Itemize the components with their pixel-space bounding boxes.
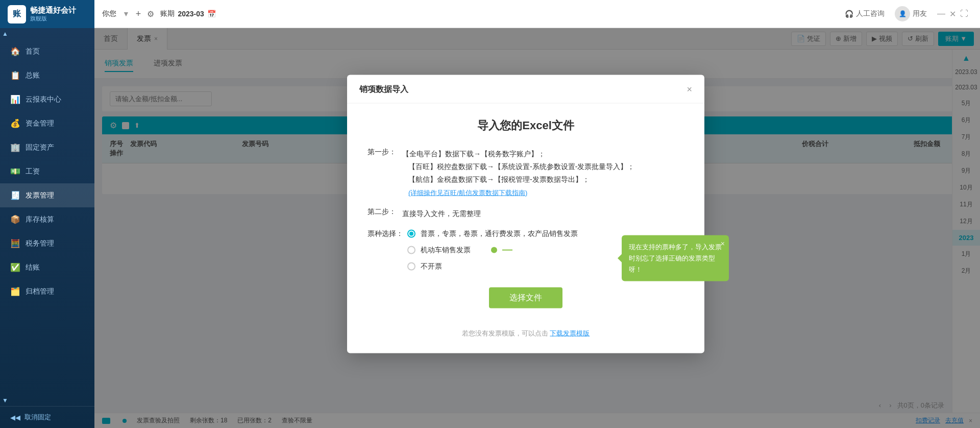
sidebar-item-fund-mgmt[interactable]: 💰 资金管理	[0, 111, 94, 135]
sidebar-item-payroll[interactable]: 💵 工资	[0, 159, 94, 183]
period-value: 2023-03	[178, 10, 204, 18]
sidebar-item-fixed-assets[interactable]: 🏢 固定资产	[0, 135, 94, 159]
sidebar: 账 畅捷通好会计 旗舰版 ▲ 🏠 首页 📋 总账 📊 云报表中心 💰 资金管理 …	[0, 0, 94, 428]
tooltip-container: 机动车销售发票 × 现在支持的票种多了，导入发票时别忘了选择正确的发票类型呀！	[407, 245, 578, 254]
import-title: 导入您的Excel文件	[368, 118, 684, 133]
modal-close-button[interactable]: ×	[687, 84, 692, 95]
sidebar-item-label: 云报表中心	[26, 95, 61, 104]
radio-common-input[interactable]	[407, 229, 415, 237]
radio-motor-label: 机动车销售发票	[421, 245, 471, 254]
modal-title: 销项数据导入	[359, 84, 408, 95]
ticket-label-row: 票种选择： 普票，专票，卷票，通行费发票，农产品销售发票 机动车销售发票	[368, 229, 684, 278]
modal-footer: 选择文件	[368, 287, 684, 318]
add-button[interactable]: +	[136, 9, 141, 19]
sidebar-item-label: 库存核算	[26, 215, 54, 224]
account-dropdown-icon[interactable]: ▼	[122, 10, 130, 18]
step1-link: (详细操作见百旺/航信发票数据下载指南)	[408, 186, 634, 199]
assets-icon: 🏢	[10, 142, 20, 152]
sidebar-item-label: 归档管理	[26, 287, 54, 296]
step2-label: 第二步：	[368, 207, 398, 220]
home-icon: 🏠	[10, 46, 20, 56]
payroll-icon: 💵	[10, 167, 20, 176]
sidebar-item-label: 结账	[26, 263, 40, 272]
sidebar-item-checkout[interactable]: ✅ 结账	[0, 255, 94, 279]
radio-no-ticket-input[interactable]	[407, 262, 415, 270]
step1-label: 第一步：	[368, 148, 398, 199]
tooltip-text: 现在支持的票种多了，导入发票时别忘了选择正确的发票类型呀！	[629, 243, 722, 273]
sidebar-item-label: 固定资产	[26, 143, 54, 152]
sidebar-item-label: 发票管理	[26, 191, 54, 200]
download-hint: 若您没有发票模版，可以点击 下载发票模版	[368, 328, 684, 338]
window-close-button[interactable]: ✕	[949, 9, 956, 19]
period-calendar-icon[interactable]: 📅	[207, 10, 216, 18]
sidebar-item-general-ledger[interactable]: 📋 总账	[0, 63, 94, 87]
radio-no-ticket: 不开票	[407, 261, 578, 271]
download-template-link[interactable]: 下载发票模版	[550, 329, 590, 337]
avatar: 👤	[895, 6, 910, 21]
tooltip-connector-dot	[491, 247, 497, 253]
radio-common-label: 普票，专票，卷票，通行费发票，农产品销售发票	[421, 229, 578, 238]
step1-line2: 【百旺】税控盘数据下载→【系统设置-系统参数设置-发票批量导入】；	[408, 160, 634, 173]
sidebar-scroll-up[interactable]: ▲	[0, 28, 10, 39]
select-file-button[interactable]: 选择文件	[489, 287, 562, 308]
sidebar-logo: 账 畅捷通好会计 旗舰版	[0, 0, 94, 28]
step2-content: 直接导入文件，无需整理	[402, 207, 481, 220]
user-menu[interactable]: 👤 用友	[895, 6, 927, 21]
ticket-selection: 票种选择： 普票，专票，卷票，通行费发票，农产品销售发票 机动车销售发票	[368, 229, 684, 278]
sidebar-item-cloud-report[interactable]: 📊 云报表中心	[0, 87, 94, 111]
radio-no-ticket-label: 不开票	[421, 261, 442, 271]
sidebar-cancel-pin[interactable]: ◀◀ 取消固定	[0, 406, 94, 428]
step1-content: 【全电平台】数据下载→【税务数字账户】； 【百旺】税控盘数据下载→【系统设置-系…	[402, 148, 634, 199]
sidebar-item-label: 首页	[26, 47, 40, 56]
invoice-icon: 🧾	[10, 191, 20, 200]
consult-label: 人工咨询	[856, 9, 885, 18]
radio-motor: 机动车销售发票	[407, 245, 578, 254]
account-name[interactable]: 你您	[102, 9, 116, 18]
sidebar-item-label: 工资	[26, 167, 40, 176]
window-controls: — ✕ ⛶	[937, 9, 972, 19]
sidebar-item-home[interactable]: 🏠 首页	[0, 39, 94, 63]
tooltip-arrow	[618, 254, 622, 263]
period-display: 账期 2023-03 📅	[160, 9, 215, 18]
sidebar-item-label: 资金管理	[26, 119, 54, 128]
cloud-report-icon: 📊	[10, 94, 20, 104]
checkout-icon: ✅	[10, 263, 20, 272]
ticket-selection-label: 票种选择：	[368, 229, 403, 238]
ledger-icon: 📋	[10, 70, 20, 80]
sidebar-item-tax-mgmt[interactable]: 🧮 税务管理	[0, 231, 94, 255]
download-hint-text: 若您没有发票模版，可以点击	[462, 329, 548, 337]
sidebar-scroll-down[interactable]: ▼	[0, 395, 10, 406]
modal-header: 销项数据导入 ×	[347, 75, 704, 104]
fund-icon: 💰	[10, 118, 20, 128]
step1-line3: 【航信】金税盘数据下载→【报税管理-发票数据导出】；	[408, 173, 634, 186]
sidebar-item-label: 总账	[26, 71, 40, 80]
tooltip-close-btn[interactable]: ×	[721, 237, 725, 250]
app-subtitle: 旗舰版	[30, 15, 76, 22]
sidebar-menu: 🏠 首页 📋 总账 📊 云报表中心 💰 资金管理 🏢 固定资产 💵 工资 🧾 发…	[0, 39, 94, 395]
consult-button[interactable]: 🎧 人工咨询	[845, 9, 885, 18]
download-guide-link[interactable]: (详细操作见百旺/航信发票数据下载指南)	[408, 188, 527, 196]
settings-icon[interactable]: ⚙	[147, 9, 154, 19]
topbar-right: 🎧 人工咨询 👤 用友 — ✕ ⛶	[845, 6, 972, 21]
topbar: 你您 ▼ + ⚙ 账期 2023-03 📅 🎧 人工咨询 👤 用友 — ✕ ⛶	[94, 0, 980, 28]
user-label: 用友	[913, 9, 927, 18]
step1-row: 第一步： 【全电平台】数据下载→【税务数字账户】； 【百旺】税控盘数据下载→【系…	[368, 148, 684, 199]
sidebar-item-archive[interactable]: 🗂️ 归档管理	[0, 279, 94, 303]
tooltip-bubble: × 现在支持的票种多了，导入发票时别忘了选择正确的发票类型呀！	[622, 235, 729, 281]
window-minimize-button[interactable]: —	[937, 9, 945, 19]
app-title: 畅捷通好会计	[30, 6, 76, 15]
step1-line1: 【全电平台】数据下载→【税务数字账户】；	[402, 150, 545, 158]
radio-motor-input[interactable]	[407, 246, 415, 254]
pin-icon: ◀◀	[10, 414, 20, 421]
headset-icon: 🎧	[845, 10, 853, 18]
logo-icon: 账	[8, 5, 26, 23]
sidebar-item-label: 税务管理	[26, 239, 54, 248]
inventory-icon: 📦	[10, 215, 20, 224]
period-label: 账期	[160, 9, 175, 18]
tooltip-connector-line	[502, 249, 512, 250]
window-maximize-button[interactable]: ⛶	[960, 9, 968, 19]
ticket-options: 普票，专票，卷票，通行费发票，农产品销售发票 机动车销售发票	[407, 229, 578, 278]
sidebar-item-invoice-mgmt[interactable]: 🧾 发票管理	[0, 183, 94, 207]
logo-text-block: 畅捷通好会计 旗舰版	[30, 6, 76, 22]
sidebar-item-inventory[interactable]: 📦 库存核算	[0, 207, 94, 231]
